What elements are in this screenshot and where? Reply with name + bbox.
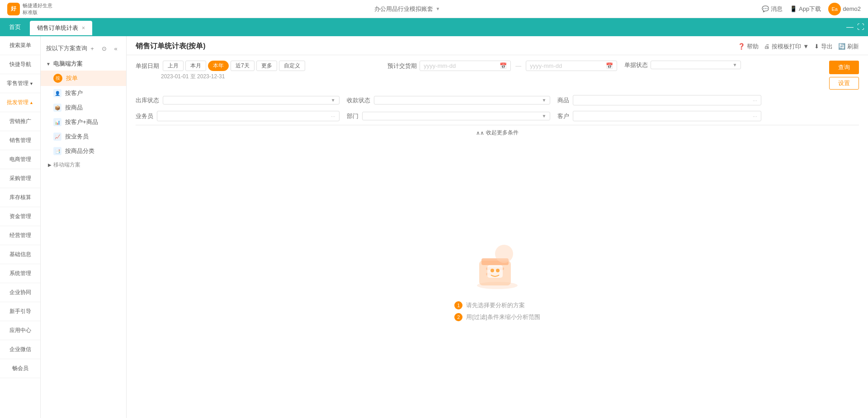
export-btn[interactable]: ⬇ 导出 bbox=[814, 43, 833, 51]
page-title: 销售订单统计表(按单) bbox=[136, 42, 206, 51]
empty-tips: 1 请先选择要分析的方案 2 用[过滤]条件来缩小分析范围 bbox=[454, 301, 540, 321]
expected-date-start-input[interactable] bbox=[424, 62, 500, 69]
collapse-more-btn[interactable]: ∧∧ 收起更多条件 bbox=[476, 129, 519, 137]
expected-date-end[interactable]: 📅 bbox=[526, 61, 617, 71]
tab-bar-actions: — ⛶ bbox=[846, 24, 868, 31]
goods-input[interactable] bbox=[577, 97, 753, 104]
customer-input[interactable] bbox=[577, 113, 753, 119]
customer-filter: 客户 ··· bbox=[557, 111, 761, 121]
page-actions: ❓ 帮助 🖨 按模板打印 ▼ ⬇ 导出 🔄 bbox=[738, 43, 859, 51]
sidebar-item-collab[interactable]: 企业协同 bbox=[0, 283, 40, 302]
print-icon: 🖨 bbox=[764, 43, 770, 50]
scheme-group-mobile[interactable]: ▶ 移动端方案 bbox=[41, 158, 126, 171]
scheme-item-by-goods-cat[interactable]: 📑 按商品分类 bbox=[41, 144, 126, 158]
sidebar-item-wholesale[interactable]: 批发管理 ▲ bbox=[0, 93, 40, 112]
date-btn-group: 上月 本月 本年 近7天 更多 自定义 bbox=[163, 61, 305, 71]
tab-close-btn[interactable]: × bbox=[82, 25, 85, 31]
date-btn-7days[interactable]: 近7天 bbox=[231, 61, 255, 71]
tab-home[interactable]: 首页 bbox=[0, 18, 30, 36]
chevron-down-icon: ▼ bbox=[542, 98, 546, 103]
dropdown-arrow-icon[interactable]: ▼ bbox=[436, 6, 440, 11]
message-icon: 💬 bbox=[762, 5, 769, 12]
sidebar-item-guide[interactable]: 新手引导 bbox=[0, 302, 40, 321]
scheme-icon-sp: 📈 bbox=[53, 133, 61, 141]
sidebar-item-shortcut[interactable]: 快捷导航 bbox=[0, 55, 40, 74]
sidebar-item-finance[interactable]: 资金管理 bbox=[0, 207, 40, 226]
scheme-item-by-customer[interactable]: 👤 按客户 bbox=[41, 86, 126, 100]
tab-active[interactable]: 销售订单统计表 × bbox=[30, 21, 92, 35]
sidebar-item-inventory[interactable]: 库存核算 bbox=[0, 188, 40, 207]
empty-tip-1: 1 请先选择要分析的方案 bbox=[454, 301, 540, 309]
help-btn[interactable]: ❓ 帮助 bbox=[738, 43, 759, 51]
scheme-group-header-desktop[interactable]: ▼ 电脑端方案 bbox=[41, 57, 126, 71]
right-panel: 销售订单统计表(按单) ❓ 帮助 🖨 按模板打印 ▼ ⬇ bbox=[127, 36, 868, 418]
add-scheme-btn[interactable]: + bbox=[87, 43, 97, 53]
sidebar-label: 销售管理 bbox=[4, 137, 37, 144]
refresh-btn[interactable]: 🔄 刷新 bbox=[838, 43, 859, 51]
calendar-icon: 📅 bbox=[500, 62, 507, 69]
date-btn-custom[interactable]: 自定义 bbox=[279, 61, 305, 71]
expected-date-end-input[interactable] bbox=[530, 62, 606, 69]
scheme-item-by-customer-goods[interactable]: 📊 按客户+商品 bbox=[41, 115, 126, 129]
window-minimize-btn[interactable]: — bbox=[846, 24, 854, 31]
salesperson-label: 业务员 bbox=[136, 112, 153, 120]
sidebar-item-member[interactable]: 畅会员 bbox=[0, 359, 40, 378]
expected-date-start[interactable]: 📅 bbox=[420, 61, 511, 71]
collapse-panel-btn[interactable]: « bbox=[111, 43, 121, 53]
sidebar-item-operations[interactable]: 经营管理 bbox=[0, 226, 40, 245]
sidebar-item-purchase[interactable]: 采购管理 bbox=[0, 169, 40, 188]
query-btn[interactable]: 查询 bbox=[829, 61, 859, 74]
top-center: 办公用品行业模拟账套 ▼ bbox=[374, 5, 440, 13]
svg-point-3 bbox=[495, 245, 513, 263]
template-print-btn[interactable]: 🖨 按模板打印 ▼ bbox=[764, 43, 809, 51]
app-download-btn[interactable]: 📱 App下载 bbox=[790, 5, 821, 13]
tab-bar: 首页 销售订单统计表 × — ⛶ bbox=[0, 18, 868, 36]
sidebar-item-retail[interactable]: 零售管理 ▼ bbox=[0, 74, 40, 93]
goods-input-wrap[interactable]: ··· bbox=[573, 95, 761, 105]
tip-num-1: 1 bbox=[454, 301, 462, 309]
date-btn-this-year[interactable]: 本年 bbox=[208, 61, 229, 71]
outbound-select[interactable]: ▼ bbox=[163, 96, 340, 104]
scheme-item-by-goods[interactable]: 📦 按商品 bbox=[41, 100, 126, 115]
page-header: 销售订单统计表(按单) ❓ 帮助 🖨 按模板打印 ▼ ⬇ bbox=[127, 36, 868, 55]
customer-more-btn[interactable]: ··· bbox=[753, 113, 757, 119]
avatar: Ea bbox=[828, 3, 841, 15]
sidebar: 搜索菜单 快捷导航 零售管理 ▼ 批发管理 ▲ 营销推广 销售管理 电商管理 采… bbox=[0, 36, 41, 418]
payment-label: 收款状态 bbox=[347, 96, 370, 104]
customer-input-wrap[interactable]: ··· bbox=[573, 111, 761, 121]
salesperson-input[interactable] bbox=[161, 113, 331, 119]
window-maximize-btn[interactable]: ⛶ bbox=[857, 24, 864, 31]
sidebar-item-apps[interactable]: 应用中心 bbox=[0, 321, 40, 340]
salesperson-more-btn[interactable]: ··· bbox=[331, 113, 335, 119]
goods-more-btn[interactable]: ··· bbox=[753, 97, 757, 104]
sidebar-item-system[interactable]: 系统管理 bbox=[0, 264, 40, 283]
date-btn-more[interactable]: 更多 bbox=[256, 61, 277, 71]
tip-num-2: 2 bbox=[454, 313, 462, 321]
messages-btn[interactable]: 💬 消息 bbox=[762, 5, 783, 13]
scheme-item-by-order[interactable]: 按 按单 bbox=[41, 71, 126, 86]
chevron-down-icon: ▼ bbox=[331, 98, 335, 103]
scheme-item-by-salesperson[interactable]: 📈 按业务员 bbox=[41, 129, 126, 144]
settings-scheme-btn[interactable]: ⊙ bbox=[99, 43, 109, 53]
top-bar-right: 💬 消息 📱 App下载 Ea demo2 bbox=[762, 3, 861, 15]
sidebar-item-sales[interactable]: 销售管理 bbox=[0, 131, 40, 150]
status-select[interactable]: ▼ bbox=[651, 61, 741, 69]
dept-select[interactable]: ▼ bbox=[362, 112, 551, 120]
payment-select[interactable]: ▼ bbox=[374, 96, 551, 104]
sidebar-item-ecommerce[interactable]: 电商管理 bbox=[0, 150, 40, 169]
filter-row2: 出库状态 ▼ 收款状态 ▼ 商品 bbox=[136, 95, 859, 105]
sidebar-item-search[interactable]: 搜索菜单 bbox=[0, 36, 40, 55]
user-area[interactable]: Ea demo2 bbox=[828, 3, 861, 15]
date-btn-this-month[interactable]: 本月 bbox=[185, 61, 206, 71]
date-btn-last-month[interactable]: 上月 bbox=[163, 61, 184, 71]
query-btn-area: 查询 设置 bbox=[824, 61, 859, 90]
sidebar-item-basic[interactable]: 基础信息 bbox=[0, 245, 40, 264]
salesperson-input-wrap[interactable]: ··· bbox=[157, 111, 340, 121]
sidebar-label: 快捷导航 bbox=[4, 61, 37, 68]
sidebar-item-marketing[interactable]: 营销推广 bbox=[0, 112, 40, 131]
settings-btn[interactable]: 设置 bbox=[829, 77, 859, 90]
sidebar-label: 资金管理 bbox=[4, 213, 37, 220]
logo-text: 畅捷通好生意 标准版 bbox=[23, 2, 52, 15]
sidebar-item-wechat[interactable]: 企业微信 bbox=[0, 340, 40, 359]
top-bar-left: 好 畅捷通好生意 标准版 bbox=[7, 2, 52, 15]
